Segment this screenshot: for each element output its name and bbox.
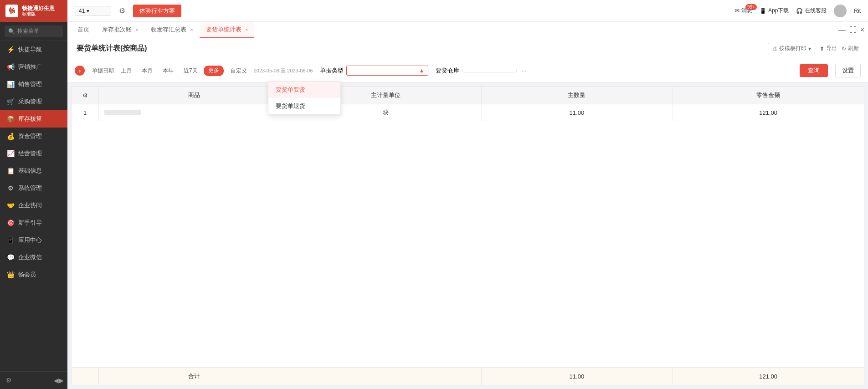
- sidebar-item-label: 畅会员: [18, 271, 36, 279]
- date-custom-btn[interactable]: 自定义: [226, 66, 251, 76]
- tab-receipts-close[interactable]: ×: [190, 27, 193, 32]
- warehouse-filter-input[interactable]: [462, 69, 517, 72]
- tabs-minimize-btn[interactable]: —: [838, 26, 846, 34]
- headset-icon: 🎧: [796, 8, 803, 14]
- export-btn[interactable]: ⬆ 导出: [820, 45, 837, 52]
- online-service-label: 在线客服: [805, 7, 827, 15]
- enterprise-icon: 🤝: [6, 201, 15, 210]
- finance-icon: 💰: [6, 132, 15, 140]
- tab-requisition-label: 要货单统计表: [206, 26, 241, 34]
- search-menu-label: 搜索菜单: [17, 27, 39, 35]
- print-btn[interactable]: 🖨 按模板打印 ▾: [768, 43, 815, 54]
- type-filter-group: 单据类型 ▲: [320, 66, 428, 76]
- refresh-btn[interactable]: ↻ 刷新: [842, 45, 859, 52]
- type-filter-input[interactable]: ▲: [346, 66, 428, 76]
- print-dropdown-icon: ▾: [808, 46, 811, 52]
- settings-icon[interactable]: ⚙: [5, 376, 13, 384]
- topbar: 41 ▾ ⚙ 体验行业方案 ✉ 消息 99+ 📱 App下载 🎧 在线客服 Ri…: [67, 0, 868, 22]
- sidebar-item-operations[interactable]: 📈 经营管理: [0, 145, 67, 162]
- online-service-btn[interactable]: 🎧 在线客服: [796, 7, 827, 15]
- tab-requisition[interactable]: 要货单统计表 ×: [200, 22, 254, 38]
- page-content: 要货单统计表(按商品) 🖨 按模板打印 ▾ ⬆ 导出 ↻ 刷新 ›: [67, 38, 868, 389]
- sidebar-item-label: 营销推广: [18, 63, 42, 71]
- th-gear[interactable]: ⚙: [72, 87, 99, 104]
- query-btn[interactable]: 查询: [800, 64, 828, 77]
- export-icon: ⬆: [820, 46, 824, 52]
- user-name-label: Rit: [854, 8, 861, 14]
- tab-requisition-close[interactable]: ×: [245, 27, 248, 32]
- filter-toggle-btn[interactable]: ›: [75, 66, 85, 76]
- sidebar-item-label: 新手引导: [18, 219, 42, 227]
- basic-icon: 📋: [6, 167, 15, 175]
- filter-more-btn[interactable]: ···: [521, 67, 527, 74]
- search-menu-btn[interactable]: 🔍 搜索菜单: [5, 26, 63, 37]
- th-product: 商品: [99, 87, 290, 104]
- sidebar-item-shortcuts[interactable]: ⚡ 快捷导航: [0, 41, 67, 58]
- dropdown-item-return[interactable]: 要货单退货: [268, 98, 340, 114]
- sidebar-item-label: 企业微信: [18, 253, 42, 261]
- collapse-icon[interactable]: ◀▶: [55, 376, 63, 384]
- marketing-icon: 📢: [6, 63, 15, 71]
- sidebar-item-finance[interactable]: 💰 资金管理: [0, 128, 67, 145]
- table-row: 1 块 11.00 121.00: [72, 104, 864, 121]
- tab-batch[interactable]: 库存批次账 ×: [96, 22, 144, 38]
- sidebar-item-inventory[interactable]: 📦 库存核算: [0, 110, 67, 128]
- tabs-close-btn[interactable]: ×: [860, 26, 864, 34]
- sidebar-item-system[interactable]: ⚙ 系统管理: [0, 179, 67, 197]
- date-btn-this-year[interactable]: 本年: [159, 66, 178, 76]
- sidebar-item-marketing[interactable]: 📢 营销推广: [0, 58, 67, 76]
- sidebar-item-enterprise[interactable]: 🤝 企业协同: [0, 197, 67, 214]
- phone-icon: 📱: [760, 8, 766, 14]
- td-product: [99, 104, 290, 121]
- sidebar-item-label: 库存核算: [18, 115, 42, 123]
- page-actions: 🖨 按模板打印 ▾ ⬆ 导出 ↻ 刷新: [768, 43, 859, 54]
- purchase-icon: 🛒: [6, 97, 15, 106]
- store-settings-btn[interactable]: ⚙: [116, 5, 128, 17]
- warehouse-filter-group: 要货仓库 ···: [436, 67, 527, 75]
- tabs-bar: 首页 库存批次账 × 收发存汇总表 × 要货单统计表 × — ⛶ ×: [67, 22, 868, 38]
- sidebar-item-label: 应用中心: [18, 236, 42, 244]
- print-label: 按模板打印: [779, 45, 806, 52]
- user-avatar[interactable]: [834, 5, 847, 17]
- store-selector[interactable]: 41 ▾: [75, 6, 111, 16]
- sidebar-search-container: 🔍 搜索菜单: [0, 22, 67, 41]
- print-icon: 🖨: [772, 46, 777, 52]
- refresh-label: 刷新: [848, 45, 859, 52]
- date-filter-label: 单据日期: [92, 67, 114, 75]
- date-btn-7days[interactable]: 近7天: [180, 66, 202, 76]
- main-content: 41 ▾ ⚙ 体验行业方案 ✉ 消息 99+ 📱 App下载 🎧 在线客服 Ri…: [67, 0, 868, 389]
- tab-batch-close[interactable]: ×: [135, 27, 138, 32]
- sidebar-nav: ⚡ 快捷导航 📢 营销推广 📊 销售管理 🛒 采购管理 📦 库存核算 💰 资金管…: [0, 41, 67, 371]
- sidebar-item-member[interactable]: 👑 畅会员: [0, 266, 67, 283]
- app-name: 畅捷通好生意: [22, 5, 55, 11]
- tabs-expand-btn[interactable]: ⛶: [849, 26, 857, 34]
- industry-solution-btn[interactable]: 体验行业方案: [133, 5, 181, 17]
- sidebar-item-appstore[interactable]: 📱 应用中心: [0, 231, 67, 249]
- date-btn-this-month[interactable]: 本月: [138, 66, 157, 76]
- th-quantity: 主数量: [482, 87, 673, 104]
- sidebar-item-label: 经营管理: [18, 149, 42, 158]
- date-quick-btns: 上月 本月 本年 近7天 更多: [117, 66, 224, 76]
- product-placeholder: [104, 110, 141, 115]
- dropdown-item-order[interactable]: 要货单要货: [268, 82, 340, 98]
- app-download-btn[interactable]: 📱 App下载: [760, 7, 789, 15]
- sidebar-item-sales[interactable]: 📊 销售管理: [0, 76, 67, 93]
- tab-home-label: 首页: [77, 26, 89, 34]
- sidebar-item-basic[interactable]: 📋 基础信息: [0, 162, 67, 179]
- type-dropdown-overlay: 要货单要货 要货单退货: [268, 81, 341, 115]
- sidebar-item-guide[interactable]: 🎯 新手引导: [0, 214, 67, 231]
- app-download-label: App下载: [768, 7, 789, 15]
- sidebar: 畅 畅捷通好生意 标准版 🔍 搜索菜单 ⚡ 快捷导航 📢 营销推广 📊 销售管理…: [0, 0, 67, 389]
- sidebar-item-label: 资金管理: [18, 132, 42, 140]
- appstore-icon: 📱: [6, 236, 15, 244]
- sidebar-item-wechat[interactable]: 💬 企业微信: [0, 249, 67, 266]
- sidebar-item-purchase[interactable]: 🛒 采购管理: [0, 93, 67, 110]
- date-btn-last-month[interactable]: 上月: [117, 66, 136, 76]
- sidebar-item-label: 基础信息: [18, 167, 42, 175]
- settings-btn[interactable]: 设置: [835, 64, 861, 77]
- messages-btn[interactable]: ✉ 消息 99+: [735, 7, 752, 15]
- tab-home[interactable]: 首页: [71, 22, 96, 38]
- date-btn-more[interactable]: 更多: [204, 66, 224, 76]
- type-dropdown-icon: ▲: [419, 67, 424, 74]
- tab-receipts[interactable]: 收发存汇总表 ×: [144, 22, 199, 38]
